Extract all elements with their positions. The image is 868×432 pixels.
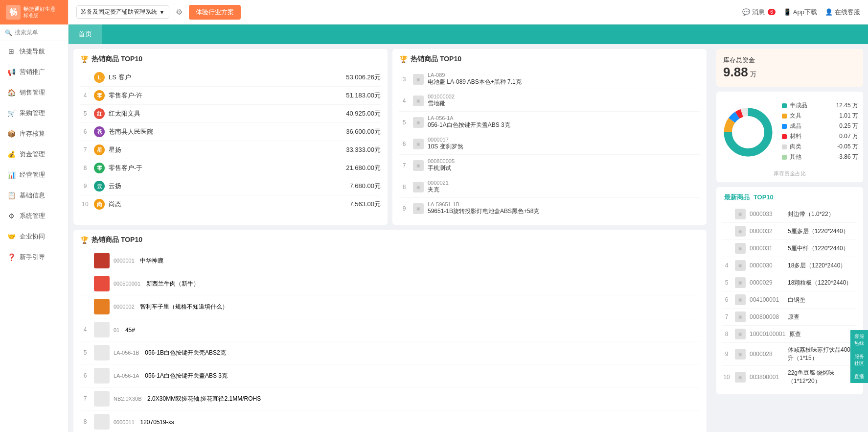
donut-container: 半成品 12.45 万 文具 1.01 万 成品 0.25 万	[721, 96, 858, 168]
sidebar-item-inventory[interactable]: 📦 库存核算	[0, 123, 68, 144]
topbar-actions: 💬 消息 6 📱 App下载 👤 在线客服	[742, 8, 860, 17]
search-menu[interactable]: 🔍 搜索菜单	[5, 28, 63, 37]
app-download-label: App下载	[793, 8, 817, 17]
list-item: 6 ▣ 0000017 10S 变刹罗煞	[399, 133, 700, 155]
product-img: ▣	[413, 182, 424, 192]
sidebar-item-label: 销售管理	[20, 88, 45, 97]
list-item: 10 尚 尚态 7,563.00元	[80, 195, 381, 213]
product-img: ▣	[413, 117, 424, 128]
list-item: 4 ▣ 001000002 雪地靴	[399, 90, 700, 112]
cs-hotline-btn[interactable]: 客服热线	[850, 330, 868, 350]
list-item: 7 星 星扬 33,333.00元	[80, 141, 381, 159]
shortcuts-icon: ⊞	[7, 48, 16, 55]
np-item: 7 ▣ 000800008 原查	[722, 309, 857, 326]
sales-icon: 🏠	[7, 89, 16, 96]
basics-icon: 📋	[7, 192, 16, 199]
enterprise-icon: 🤝	[7, 233, 16, 240]
mobile-icon: 📱	[783, 8, 791, 16]
sidebar-item-basics[interactable]: 📋 基础信息	[0, 185, 68, 206]
messages-action[interactable]: 💬 消息 6	[742, 8, 776, 17]
np-item: 6 ▣ 004100001 白钢垫	[722, 291, 857, 309]
topbar-title: 装备及固定资产辅助管理系统 ▼ ⚙ 体验行业方案	[76, 5, 737, 20]
product-item: 7 NB2.0X30B 2.0X30MM双搓花轴.搓花直径2.1MM/ROHS	[80, 387, 700, 410]
topbar: 装备及固定资产辅助管理系统 ▼ ⚙ 体验行业方案 💬 消息 6 📱 App下载 …	[69, 0, 868, 24]
marketing-icon: 📢	[7, 68, 16, 76]
product-thumb-3	[94, 299, 110, 314]
tab-home[interactable]: 首页	[69, 24, 102, 44]
product-img: ▣	[413, 74, 424, 85]
np-img: ▣	[735, 209, 746, 219]
sidebar-item-label: 经营管理	[20, 170, 45, 179]
search-icon: 🔍	[5, 29, 12, 36]
product-img: ▣	[413, 96, 424, 106]
rank-badge-4: 零	[94, 90, 105, 101]
legend-dot	[782, 124, 787, 129]
rank-badge-5: 红	[94, 108, 105, 119]
legend-dot	[782, 134, 787, 139]
messages-icon: 💬	[742, 8, 750, 16]
np-item: 4 ▣ 0000030 18多层（1220*2440）	[722, 257, 857, 274]
app-download-action[interactable]: 📱 App下载	[783, 8, 817, 17]
sidebar-item-purchase[interactable]: 🛒 采购管理	[0, 103, 68, 123]
product-img: ▣	[413, 160, 424, 171]
sidebar-item-guide[interactable]: ❓ 新手引导	[0, 247, 68, 267]
cs-live-btn[interactable]: 直播	[850, 370, 868, 383]
product-item: 6 LA-056-1A 056-1A白色按键开关盖ABS 3克	[80, 364, 700, 387]
cs-community-btn[interactable]: 服务社区	[850, 350, 868, 370]
np-img: ▣	[735, 260, 746, 271]
legend-dot	[782, 114, 787, 119]
sidebar-item-label: 系统管理	[20, 212, 45, 220]
product-item: 8 0000011 12070519-xs	[80, 410, 700, 432]
customer-top-card: 🏆 热销商品 TOP10 L LS 客户 53,006.26元 4 零	[73, 49, 388, 225]
donut-legend: 半成品 12.45 万 文具 1.01 万 成品 0.25 万	[782, 101, 858, 163]
legend-item-finished: 成品 0.25 万	[782, 122, 858, 130]
rank-badge-6: 苍	[94, 126, 105, 137]
list-item: 9 云 云扬 7,680.00元	[80, 177, 381, 195]
tab-home-label: 首页	[78, 30, 92, 39]
sidebar-item-finance[interactable]: 💰 资金管理	[0, 144, 68, 165]
experience-btn[interactable]: 体验行业方案	[189, 5, 241, 20]
np-img: ▣	[735, 243, 746, 254]
online-service-action[interactable]: 👤 在线客服	[825, 8, 860, 17]
np-item: 8 ▣ 10000100001 原查	[722, 326, 857, 343]
sidebar-search-section: 🔍 搜索菜单	[0, 24, 68, 41]
np-item: 5 ▣ 0000029 18颗粒板（1220*2440）	[722, 274, 857, 291]
search-menu-label: 搜索菜单	[15, 28, 38, 37]
np-item: 10 ▣ 003800001 22g鱼豆腐·烧烤味（1*12*20）	[722, 366, 857, 388]
sidebar-item-shortcuts[interactable]: ⊞ 快捷导航	[0, 41, 68, 62]
sidebar-item-label: 资金管理	[20, 150, 45, 159]
np-item: 9 ▣ 0000028 体减荔枝味苏打饮品400毫升（1*15）	[722, 343, 857, 366]
sidebar-item-label: 快捷导航	[20, 47, 45, 56]
sidebar-item-operations[interactable]: 📊 经营管理	[0, 165, 68, 185]
new-products-title: 最新商品 TOP10	[722, 193, 857, 202]
system-dropdown[interactable]: 装备及固定资产辅助管理系统 ▼	[76, 5, 169, 19]
rank-badge-1: L	[94, 72, 105, 83]
sidebar-item-enterprise[interactable]: 🤝 企业协同	[0, 226, 68, 247]
product-img: ▣	[413, 203, 424, 214]
np-img: ▣	[735, 294, 746, 305]
trophy-icon-b: 🏆	[80, 236, 89, 244]
np-img: ▣	[735, 349, 746, 360]
hot-products-bottom-title: 🏆 热销商品 TOP10	[80, 236, 700, 244]
sidebar-item-system[interactable]: ⚙ 系统管理	[0, 206, 68, 226]
logo-sub: 标准版	[23, 12, 56, 19]
legend-item-semi: 半成品 12.45 万	[782, 101, 858, 110]
np-img: ▣	[735, 329, 746, 339]
list-item: 6 苍 苍南县人民医院 36,600.00元	[80, 123, 381, 141]
inventory-title: 库存总资金	[723, 56, 856, 65]
product-thumb-2	[94, 276, 110, 291]
legend-item-other: 其他 -3.86 万	[782, 153, 858, 161]
top-row: 🏆 热销商品 TOP10 L LS 客户 53,006.26元 4 零	[73, 49, 707, 225]
list-item: L LS 客户 53,006.26元	[80, 69, 381, 87]
inventory-card: 库存总资金 9.88 万	[716, 49, 863, 87]
product-thumb-8	[94, 414, 110, 430]
sidebar-item-marketing[interactable]: 📢 营销推广	[0, 62, 68, 82]
sidebar-item-sales[interactable]: 🏠 销售管理	[0, 82, 68, 103]
rank-badge-8: 零	[94, 163, 105, 173]
tab-bar: 首页	[69, 24, 868, 44]
legend-item-material: 材料 0.07 万	[782, 132, 858, 141]
sidebar-item-label: 基础信息	[20, 191, 45, 200]
settings-icon[interactable]: ⚙	[172, 5, 186, 19]
messages-label: 消息	[752, 8, 765, 17]
inventory-unit: 万	[750, 70, 756, 79]
